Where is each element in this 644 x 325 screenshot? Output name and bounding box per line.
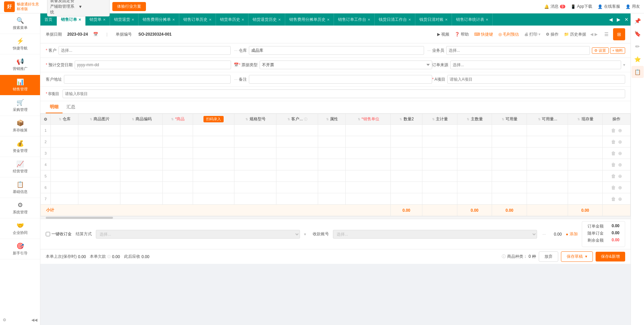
order-source-input[interactable]	[450, 60, 621, 69]
delete-icon-2[interactable]: 🗑	[610, 139, 616, 145]
table-scroll[interactable]: ⚙ ⇅ 仓库 ⇅ 商品图片 ⇅ 商品编码 ⇅ *商品 扫码录入 ⇅ 规格型号 ⇅…	[40, 114, 631, 216]
one-click-input[interactable]	[46, 232, 50, 236]
app-download-btn[interactable]: 📱 App下载	[571, 4, 592, 9]
delivery-calendar-icon[interactable]: 📅	[234, 63, 239, 67]
calendar-icon[interactable]: 📅	[93, 32, 98, 37]
invoice-type-select[interactable]: 不开票	[260, 60, 432, 69]
operation-btn[interactable]: ⚙ 操作	[544, 31, 560, 38]
help-icon-small[interactable]: ⓘ	[107, 254, 111, 259]
delete-icon-6[interactable]: 🗑	[610, 185, 616, 190]
delete-icon-7[interactable]: 🗑	[610, 196, 616, 202]
copy-icon-5[interactable]: ⊕	[617, 173, 623, 179]
sidebar-item-collab[interactable]: 🤝 企业协同	[0, 218, 40, 239]
history-btn[interactable]: 📁 历史单据	[563, 31, 588, 38]
tab-close-sales-order[interactable]: ✕	[78, 18, 81, 22]
layout-grid-icon[interactable]: ⊞	[613, 28, 625, 40]
tab-close-fee-history[interactable]: ✕	[327, 18, 330, 22]
tab-return-history[interactable]: 销货退货历史 ✕	[249, 13, 285, 26]
delete-icon-1[interactable]: 🗑	[610, 128, 616, 133]
sidebar-item-marketing[interactable]: 📢 营销推广	[0, 54, 40, 75]
tab-daily-workbench[interactable]: 钱货日清工作台 ✕	[375, 13, 415, 26]
print-btn[interactable]: 🖨 打印 ▾	[523, 31, 542, 38]
tab-close-sales-invoice[interactable]: ✕	[103, 18, 106, 22]
tab-sales-stats[interactable]: 销售订单统计表 ✕	[452, 13, 493, 26]
payment-dropdown-icon[interactable]: ▾	[304, 232, 306, 237]
sidebar-item-system[interactable]: ⚙ 系统管理	[0, 198, 40, 218]
tab-order-workbench[interactable]: 销售订单工作台 ✕	[334, 13, 375, 26]
note-input[interactable]	[249, 75, 432, 84]
sidebar-settings-icon[interactable]: ⚙	[3, 318, 6, 322]
sidebar-item-guide[interactable]: 🎯 新手引导	[0, 239, 40, 259]
tab-prev-btn[interactable]: ◀	[607, 13, 615, 26]
copy-icon-4[interactable]: ⊕	[617, 162, 623, 167]
delete-icon-5[interactable]: 🗑	[610, 173, 616, 179]
help-btn[interactable]: ❓ 帮助	[453, 31, 470, 38]
sidebar-collapse-icon[interactable]: ◀◀	[31, 318, 37, 322]
customer-input[interactable]	[59, 46, 231, 55]
tab-close-sales-return[interactable]: ✕	[131, 18, 134, 22]
notification-btn[interactable]: 🔔 消息 9	[544, 4, 565, 9]
industry-btn[interactable]: 体验行业方案	[112, 2, 146, 11]
settings-config-btn[interactable]: ⚙ 设置	[592, 47, 608, 54]
warehouse-input[interactable]	[249, 46, 424, 55]
addr-more-btn[interactable]: ···	[233, 77, 239, 82]
tab-close-daily-reconcile[interactable]: ✕	[445, 18, 448, 22]
tab-close-daily-workbench[interactable]: ✕	[408, 18, 411, 22]
add-payment-btn[interactable]: ● 添加	[566, 231, 577, 237]
tab-close-sales-stats[interactable]: ✕	[486, 18, 488, 22]
save-new-btn[interactable]: 保存&新增	[596, 252, 625, 261]
payment-method-select[interactable]: 选择...	[96, 230, 300, 239]
b-project-input[interactable]	[63, 89, 625, 98]
copy-icon-2[interactable]: ⊕	[617, 139, 623, 145]
tab-detail[interactable]: 明细	[46, 101, 63, 113]
tab-sales-fee[interactable]: 销售费用分摊单 ✕	[139, 13, 179, 26]
warehouse-more-btn[interactable]: ···	[426, 48, 432, 53]
customer-addr-input[interactable]	[64, 75, 231, 84]
shortcut-btn[interactable]: ⌨ 快捷键	[473, 31, 494, 38]
add-material-btn[interactable]: + 物料	[610, 47, 625, 54]
right-clipboard-icon[interactable]: 📋	[632, 66, 644, 78]
tab-close-sales-fee[interactable]: ✕	[172, 18, 175, 22]
tab-daily-reconcile[interactable]: 钱货日清对账 ✕	[415, 13, 452, 26]
tab-sales-return[interactable]: 销货退货 ✕	[110, 13, 139, 26]
copy-icon-3[interactable]: ⊕	[617, 151, 623, 156]
copy-icon-7[interactable]: ⊕	[617, 196, 623, 202]
sidebar-item-sales[interactable]: 📊 销售管理	[0, 75, 40, 95]
tab-menu-btn[interactable]: ✕	[622, 13, 631, 26]
system-selector[interactable]: 装备及固定资产辅助管理系统 ▼	[47, 0, 110, 16]
copy-icon-6[interactable]: ⊕	[617, 185, 623, 190]
tab-sales-order-history[interactable]: 销售订单历史 ✕	[179, 13, 216, 26]
tab-close-invoice-history[interactable]: ✕	[241, 18, 244, 22]
nav-prev-icon[interactable]: ◀	[590, 32, 593, 37]
tab-invoice-history[interactable]: 销货单历史 ✕	[216, 13, 249, 26]
sidebar-item-basic-info[interactable]: 📋 基础信息	[0, 177, 40, 198]
receipt-more-btn[interactable]: ···	[541, 232, 547, 237]
scan-btn[interactable]: 扫码录入	[203, 116, 224, 122]
sidebar-item-search[interactable]: 🔍 搜索菜单	[0, 13, 40, 34]
delete-icon-3[interactable]: 🗑	[610, 151, 616, 156]
right-edit-icon[interactable]: ✏	[632, 40, 644, 52]
right-pin-icon[interactable]: 📌	[632, 15, 644, 27]
tab-close-order-workbench[interactable]: ✕	[368, 18, 370, 22]
copy-icon-1[interactable]: ⊕	[617, 128, 623, 133]
delivery-date-input[interactable]	[75, 60, 231, 69]
right-bookmark-icon[interactable]: 🔖	[632, 28, 644, 40]
receipt-account-select[interactable]: 选择...	[333, 230, 537, 239]
profit-btn[interactable]: ◎ 毛利预估	[497, 31, 520, 38]
a-project-input[interactable]	[447, 75, 625, 84]
order-source-dropdown-icon[interactable]: ▾	[623, 63, 625, 67]
nav-next-icon[interactable]: ▶	[595, 32, 598, 37]
col-settings[interactable]: ⚙	[41, 114, 51, 125]
tab-summary[interactable]: 汇总	[63, 101, 79, 113]
sidebar-item-quicknav[interactable]: ⚡ 快捷导航	[0, 34, 40, 54]
sidebar-item-purchase[interactable]: 🛒 采购管理	[0, 95, 40, 116]
layout-list-icon[interactable]: ☰	[600, 28, 612, 40]
tab-close-return-history[interactable]: ✕	[278, 18, 281, 22]
one-click-checkbox[interactable]: 一键收订金	[46, 231, 72, 237]
user-avatar[interactable]: 👤 用友	[626, 4, 640, 9]
right-star-icon[interactable]: ⭐	[632, 53, 644, 65]
tab-fee-history[interactable]: 销售费用分摊单历史 ✕	[285, 13, 334, 26]
online-service-btn[interactable]: 👤 在线客服	[598, 4, 620, 9]
tab-next-btn[interactable]: ▶	[615, 13, 622, 26]
customer-more-btn[interactable]: ···	[233, 48, 239, 53]
